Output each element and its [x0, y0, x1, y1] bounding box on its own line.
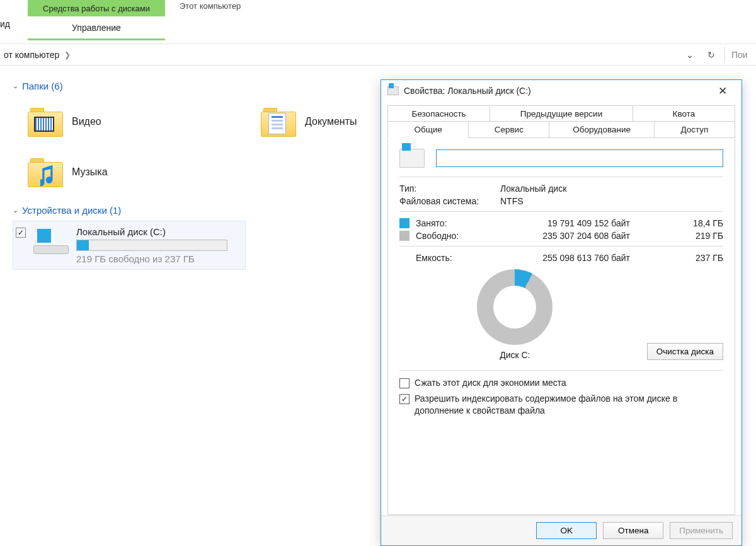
- chevron-down-icon: ⌄: [13, 82, 18, 90]
- used-color-swatch: [399, 218, 410, 228]
- tab-hardware[interactable]: Оборудование: [549, 121, 654, 138]
- compress-label: Сжать этот диск для экономии места: [415, 377, 566, 389]
- capacity-bytes: 255 098 613 760 байт: [498, 253, 630, 263]
- tab-security[interactable]: Безопасность: [387, 105, 490, 122]
- address-bar[interactable]: от компьютер ❯ ⌄ ↻ Пои: [0, 44, 756, 66]
- drive-icon: [387, 86, 399, 95]
- ribbon-context-tab[interactable]: Средства работы с дисками: [28, 0, 165, 16]
- ok-button[interactable]: OK: [536, 522, 597, 539]
- close-icon[interactable]: ✕: [710, 84, 735, 98]
- index-checkbox[interactable]: ✓: [399, 394, 410, 404]
- type-label: Тип:: [399, 183, 500, 194]
- free-gb: 219 ГБ: [630, 231, 723, 241]
- folder-video[interactable]: Видео: [13, 96, 246, 147]
- type-value: Локальный диск: [500, 183, 566, 194]
- dropdown-history-icon[interactable]: ⌄: [682, 47, 698, 63]
- pie-caption: Диск C:: [500, 350, 530, 360]
- folder-icon: [28, 157, 63, 187]
- dialog-footer: OK Отмена Применить: [381, 515, 742, 545]
- capacity-gb: 237 ГБ: [630, 253, 723, 263]
- folder-label: Музыка: [72, 166, 108, 178]
- compress-checkbox[interactable]: [399, 378, 410, 388]
- used-gb: 18,4 ГБ: [630, 218, 723, 228]
- dialog-titlebar[interactable]: Свойства: Локальный диск (C:) ✕: [381, 80, 742, 102]
- cancel-button[interactable]: Отмена: [603, 522, 663, 539]
- disk-checkbox[interactable]: ✓: [16, 228, 26, 238]
- properties-dialog: Свойства: Локальный диск (C:) ✕ Безопасн…: [381, 79, 742, 546]
- tab-sharing[interactable]: Доступ: [654, 121, 735, 138]
- chevron-right-icon: ❯: [64, 50, 71, 59]
- ribbon: ид Средства работы с дисками Этот компью…: [0, 0, 756, 44]
- breadcrumb[interactable]: от компьютер: [4, 50, 59, 60]
- tab-service[interactable]: Сервис: [468, 121, 549, 138]
- music-note-icon: [40, 165, 57, 187]
- tab-quota[interactable]: Квота: [633, 105, 735, 122]
- disk-item-c[interactable]: ✓ Локальный диск (C:) 219 ГБ свободно из…: [13, 221, 246, 270]
- folder-icon: [261, 107, 296, 137]
- ribbon-manage-tab[interactable]: Управление: [28, 16, 165, 40]
- section-devices-label: Устройства и диски (1): [22, 205, 121, 216]
- free-bytes: 235 307 204 608 байт: [498, 231, 630, 241]
- chevron-down-icon: ⌄: [13, 206, 18, 214]
- used-bytes: 19 791 409 152 байт: [498, 218, 630, 228]
- tab-previous-versions[interactable]: Предыдущие версии: [490, 105, 633, 122]
- search-input[interactable]: Пои: [724, 47, 756, 63]
- ribbon-view-stub: ид: [0, 19, 10, 29]
- disk-label-input[interactable]: [436, 149, 723, 167]
- section-folders-label: Папки (6): [22, 81, 63, 91]
- apply-button[interactable]: Применить: [670, 522, 733, 539]
- filesystem-value: NTFS: [500, 196, 524, 206]
- disk-status: 219 ГБ свободно из 237 ГБ: [76, 253, 227, 264]
- used-label: Занято:: [416, 218, 498, 228]
- window-title: Этот компьютер: [180, 1, 241, 11]
- refresh-icon[interactable]: ↻: [703, 47, 719, 63]
- drive-icon: [33, 226, 69, 254]
- drive-icon: [399, 149, 425, 168]
- free-color-swatch: [399, 231, 410, 241]
- folder-music[interactable]: Музыка: [13, 147, 246, 197]
- disk-usage-bar: [76, 240, 227, 251]
- folder-label: Документы: [305, 116, 357, 127]
- disk-cleanup-button[interactable]: Очистка диска: [647, 343, 723, 360]
- free-label: Свободно:: [416, 231, 498, 241]
- filesystem-label: Файловая система:: [399, 196, 500, 206]
- dialog-title: Свойства: Локальный диск (C:): [404, 86, 531, 96]
- disk-usage-pie: [477, 269, 553, 345]
- tab-general[interactable]: Общие: [387, 121, 469, 138]
- capacity-label: Емкость:: [416, 253, 498, 263]
- folder-icon: [28, 107, 63, 137]
- folder-label: Видео: [72, 116, 101, 127]
- index-label: Разрешить индексировать содержимое файло…: [415, 393, 723, 417]
- disk-name: Локальный диск (C:): [76, 226, 227, 237]
